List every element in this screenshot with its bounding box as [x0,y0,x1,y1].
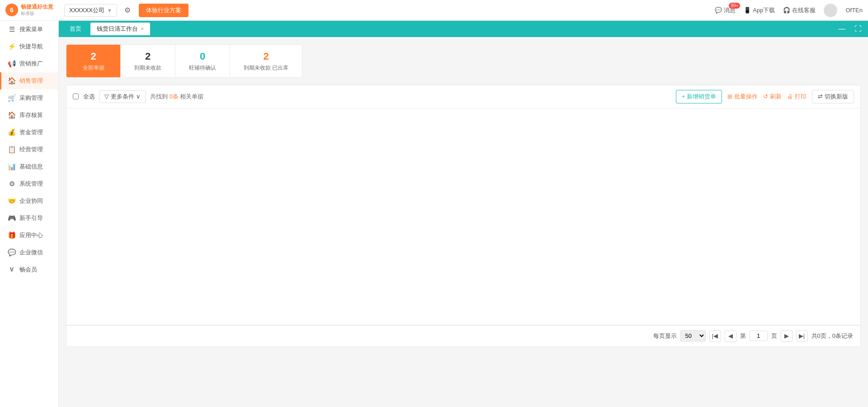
filter-label: 更多条件 [111,93,134,101]
sidebar-item-label: 企业微信 [19,248,43,257]
marketing-icon: 📢 [8,60,16,68]
search-menu-icon: ☰ [8,25,16,33]
sidebar-item-capital[interactable]: 💰 资金管理 [0,124,58,141]
found-suffix: 相关单据 [180,93,203,100]
sidebar-item-app-center[interactable]: 🎁 应用中心 [0,227,58,244]
sidebar: ☰ 搜索菜单 ⚡ 快捷导航 📢 营销推广 🏠 销售管理 🛒 采购管理 🏠 库存核… [0,21,59,407]
sidebar-item-label: 快捷导航 [19,42,43,51]
switch-version-button[interactable]: ⇄ 切换新版 [812,90,854,103]
print-button[interactable]: 🖨 打印 [787,93,807,101]
tab-home[interactable]: 首页 [62,21,89,37]
sidebar-item-label: 畅会员 [19,266,37,274]
toolbar: 全选 ▽ 更多条件 ∨ 共找到 0条 相关单据 + 新增销货单 ⊞ 批量操作 ↺… [66,85,861,108]
sidebar-item-label: 营销推广 [19,60,43,68]
app-download-label: App下载 [753,6,775,14]
message-button[interactable]: 💬 消息 99+ [715,6,736,14]
page-suffix: 页 [771,332,777,340]
per-page-select[interactable]: 50 20 100 [680,330,706,342]
sidebar-item-quick-nav[interactable]: ⚡ 快捷导航 [0,38,58,55]
tab-minimize-icon[interactable]: — [835,24,848,34]
tab-home-label: 首页 [70,25,81,33]
sidebar-item-newbie[interactable]: 🎮 新手引导 [0,210,58,227]
sales-icon: 🏠 [8,77,16,85]
sidebar-item-sales[interactable]: 🏠 销售管理 [0,72,58,89]
sidebar-item-purchase[interactable]: 🛒 采购管理 [0,89,58,107]
logo-icon: 6 [5,4,18,16]
stat-card-all[interactable]: 2 全部单据 [66,45,121,77]
found-prefix: 共找到 [150,93,168,100]
sidebar-item-label: 采购管理 [19,94,43,102]
prev-page-button[interactable]: ◀ [725,330,736,342]
system-icon: ⚙ [8,180,16,188]
select-all-label: 全选 [83,93,95,101]
batch-operation-button[interactable]: ⊞ 批量操作 [727,93,758,101]
batch-icon: ⊞ [727,93,732,100]
tab-qian-huo-label: 钱货日清工作台 [97,25,138,33]
app-center-icon: 🎁 [8,231,16,239]
sidebar-item-label: 新手引导 [19,214,43,222]
logo-text-area: 畅捷通好生意 标准版 [21,4,53,16]
stat-label-wangpu: 旺辅待确认 [189,64,216,72]
pagination-bar: 每页显示 50 20 100 |◀ ◀ 第 1 页 ▶ ▶| 共0页，0条记录 [66,325,861,347]
select-all-checkbox[interactable] [73,94,79,99]
per-page-label: 每页显示 [653,332,677,340]
sidebar-item-system[interactable]: ⚙ 系统管理 [0,175,58,192]
message-badge: 99+ [729,3,740,9]
stat-number-wangpu: 0 [189,50,216,63]
stat-label-all: 全部单据 [80,64,107,72]
next-page-button[interactable]: ▶ [781,330,793,342]
sidebar-item-enterprise[interactable]: 🤝 企业协同 [0,192,58,210]
add-sales-order-button[interactable]: + 新增销货单 [676,90,722,103]
app-download-button[interactable]: 📱 App下载 [744,6,775,14]
wechat-icon: 💬 [8,248,16,257]
settings-button[interactable]: ⚙ [121,4,134,17]
stat-card-overdue-shipped[interactable]: 2 到期未收款 已出库 [230,45,302,77]
filter-button[interactable]: ▽ 更多条件 ∨ [99,90,146,103]
enterprise-icon: 🤝 [8,197,16,205]
sidebar-item-marketing[interactable]: 📢 营销推广 [0,55,58,72]
sidebar-item-label: 企业协同 [19,197,43,205]
newbie-icon: 🎮 [8,214,16,222]
company-name: XXXXXX公司 [69,6,104,14]
avatar[interactable] [824,4,837,17]
page-input[interactable]: 1 [750,331,768,341]
sidebar-item-basic[interactable]: 📊 基础信息 [0,158,58,175]
message-icon: 💬 [715,7,722,14]
switch-label: 切换新版 [825,93,848,101]
total-label: 共0页，0条记录 [811,332,853,340]
filter-icon: ▽ [104,93,109,100]
refresh-icon: ↺ [763,93,768,100]
tab-qian-huo[interactable]: 钱货日清工作台 × [90,23,150,35]
stat-card-overdue[interactable]: 2 到期未收款 [121,45,175,77]
online-service-button[interactable]: 🎧 在线客服 [783,6,816,14]
tab-bar: 首页 钱货日清工作台 × — ⛶ [59,21,868,37]
tab-close-icon[interactable]: × [141,26,144,32]
print-label: 打印 [795,93,807,101]
company-selector[interactable]: XXXXXX公司 ▼ [64,4,117,17]
first-page-button[interactable]: |◀ [709,330,721,342]
sidebar-item-search-menu[interactable]: ☰ 搜索菜单 [0,21,58,38]
trial-button[interactable]: 体验行业方案 [139,4,189,17]
sidebar-item-inventory[interactable]: 🏠 库存核算 [0,107,58,124]
last-page-button[interactable]: ▶| [796,330,808,342]
online-service-label: 在线客服 [792,6,816,14]
sidebar-item-operation[interactable]: 📋 经营管理 [0,141,58,158]
app-download-icon: 📱 [744,7,751,14]
avatar-name: OfTEn [845,7,863,14]
inventory-icon: 🏠 [8,111,16,119]
sidebar-item-member[interactable]: V 畅会员 [0,261,58,278]
refresh-button[interactable]: ↺ 刷新 [763,93,782,101]
print-icon: 🖨 [787,93,793,100]
stat-card-wangpu[interactable]: 0 旺辅待确认 [175,45,230,77]
sidebar-item-label: 系统管理 [19,180,43,188]
logo-sub: 标准版 [21,10,53,17]
quick-nav-icon: ⚡ [8,42,16,51]
tab-expand-icon[interactable]: ⛶ [852,24,864,34]
table-area [66,108,861,325]
sidebar-item-wechat[interactable]: 💬 企业微信 [0,244,58,261]
tab-bar-actions: — ⛶ [835,24,864,34]
switch-icon: ⇄ [818,93,823,100]
found-count: 0条 [170,93,179,100]
sidebar-item-label: 资金管理 [19,128,43,136]
filter-dropdown-icon: ∨ [136,93,141,100]
